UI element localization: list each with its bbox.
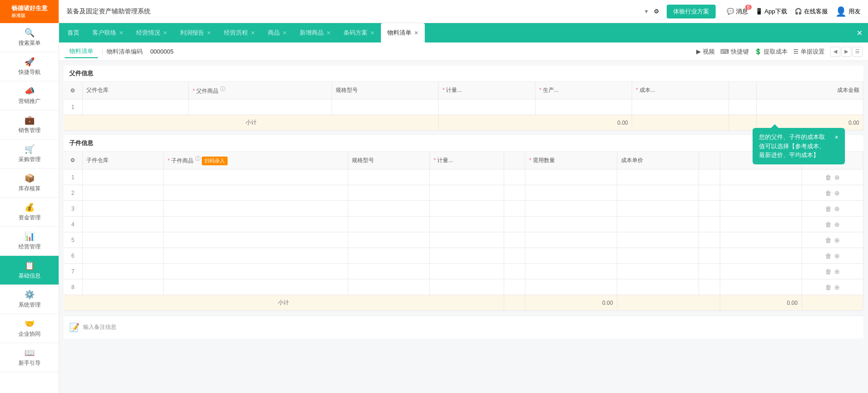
child-row-2-goods[interactable] [164, 185, 348, 201]
sidebar-item-operations[interactable]: 📊 经营管理 [0, 227, 59, 256]
sidebar-item-system[interactable]: ⚙️ 系统管理 [0, 285, 59, 314]
system-select-arrow[interactable]: ▼ [644, 8, 649, 15]
delete-row-5-icon[interactable]: 🗑 [825, 236, 832, 244]
delete-row-2-icon[interactable]: 🗑 [825, 189, 832, 197]
sidebar-item-finance[interactable]: 💰 资金管理 [0, 198, 59, 227]
tab-profit-close[interactable]: ✕ [207, 30, 211, 36]
user-group[interactable]: 👤 用友 [835, 6, 861, 17]
child-row-7-warehouse[interactable] [82, 264, 164, 279]
child-row-4-price[interactable] [617, 217, 699, 232]
sidebar-item-purchase[interactable]: 🛒 采购管理 [0, 139, 59, 169]
child-row-2-unit[interactable] [430, 185, 504, 201]
child-row-1-unit[interactable] [430, 169, 504, 185]
child-row-5-spec[interactable] [348, 232, 430, 248]
tab-home[interactable]: 首页 [61, 23, 86, 42]
toolbar-tab-bom-list[interactable]: 物料清单 [65, 45, 98, 58]
shortcut-action[interactable]: ⌨ 快捷键 [720, 48, 749, 56]
tab-bom[interactable]: 物料清单 ✕ [381, 23, 425, 42]
child-row-5-qty[interactable] [525, 232, 617, 248]
sidebar-item-search[interactable]: 🔍 搜索菜单 [0, 23, 59, 52]
tab-bom-close[interactable]: ✕ [414, 30, 418, 36]
child-row-8-spec[interactable] [348, 279, 430, 295]
tab-goods-close[interactable]: ✕ [283, 30, 287, 36]
sidebar-item-marketing[interactable]: 📣 营销推广 [0, 81, 59, 110]
child-row-3-qty[interactable] [525, 201, 617, 217]
delete-row-6-icon[interactable]: 🗑 [825, 252, 832, 260]
tab-barcode-close[interactable]: ✕ [370, 30, 374, 36]
child-row-5-unit[interactable] [430, 232, 504, 248]
child-row-6-warehouse[interactable] [82, 248, 164, 264]
child-row-1-spec[interactable] [348, 169, 430, 185]
child-row-3-goods[interactable] [164, 201, 348, 217]
child-row-4-warehouse[interactable] [82, 217, 164, 232]
bottom-edit-icon[interactable]: 📝 [69, 322, 79, 333]
sidebar-item-sales[interactable]: 💼 销售管理 [0, 110, 59, 139]
child-row-3-spec[interactable] [348, 201, 430, 217]
child-row-7-qty[interactable] [525, 264, 617, 279]
delete-row-3-icon[interactable]: 🗑 [825, 205, 832, 212]
tab-new-goods[interactable]: 新增商品 ✕ [293, 23, 337, 42]
child-row-2-qty[interactable] [525, 185, 617, 201]
delete-row-8-icon[interactable]: 🗑 [825, 284, 832, 291]
parent-row-spec[interactable] [332, 99, 439, 115]
child-row-3-warehouse[interactable] [82, 201, 164, 217]
delete-row-7-icon[interactable]: 🗑 [825, 268, 832, 275]
view-action[interactable]: ▶ 视频 [696, 48, 715, 56]
child-row-8-qty[interactable] [525, 279, 617, 295]
parent-row-cost-type[interactable] [632, 99, 729, 115]
settings-icon[interactable]: ⚙ [654, 8, 659, 15]
sidebar-item-inventory[interactable]: 📦 库存核算 [0, 169, 59, 198]
parent-row-produce[interactable] [535, 99, 632, 115]
child-row-7-goods[interactable] [164, 264, 348, 279]
child-row-6-qty[interactable] [525, 248, 617, 264]
child-row-4-goods[interactable] [164, 217, 348, 232]
parent-row-goods[interactable] [189, 99, 332, 115]
parent-th-settings[interactable]: ⚙ [64, 82, 82, 99]
child-row-8-unit[interactable] [430, 279, 504, 295]
child-row-4-spec[interactable] [348, 217, 430, 232]
tab-new-goods-close[interactable]: ✕ [326, 30, 331, 36]
child-row-3-price[interactable] [617, 201, 699, 217]
child-row-2-spec[interactable] [348, 185, 430, 201]
delete-row-1-icon[interactable]: 🗑 [825, 174, 832, 181]
child-row-7-unit[interactable] [430, 264, 504, 279]
close-all-tabs[interactable]: ✕ [853, 29, 866, 37]
child-row-1-warehouse[interactable] [82, 169, 164, 185]
child-row-1-goods[interactable] [164, 169, 348, 185]
child-row-8-goods[interactable] [164, 279, 348, 295]
child-row-7-price[interactable] [617, 264, 699, 279]
copy-row-8-icon[interactable]: ⊕ [834, 284, 840, 291]
scan-input-btn[interactable]: 扫码录入 [202, 157, 228, 165]
tab-customer-close[interactable]: ✕ [119, 30, 123, 36]
child-row-5-price[interactable] [617, 232, 699, 248]
tooltip-close-btn[interactable]: × [835, 133, 838, 142]
online-service-group[interactable]: 🎧 在线客服 [795, 7, 828, 16]
tab-profit[interactable]: 利润报告 ✕ [174, 23, 217, 42]
child-row-6-spec[interactable] [348, 248, 430, 264]
sidebar-item-guide[interactable]: 📖 新手引导 [0, 343, 59, 372]
sidebar-item-enterprise[interactable]: 🤝 企业协同 [0, 314, 59, 343]
parent-goods-info-icon[interactable]: ⓘ [220, 86, 225, 91]
child-row-6-unit[interactable] [430, 248, 504, 264]
child-row-2-price[interactable] [617, 185, 699, 201]
tab-history[interactable]: 经营历程 ✕ [217, 23, 261, 42]
parent-row-warehouse[interactable] [82, 99, 189, 115]
child-row-5-warehouse[interactable] [82, 232, 164, 248]
copy-row-5-icon[interactable]: ⊕ [834, 236, 840, 244]
nav-next[interactable]: ▶ [841, 47, 851, 57]
copy-row-7-icon[interactable]: ⊕ [834, 268, 840, 275]
copy-row-2-icon[interactable]: ⊕ [834, 189, 840, 197]
tab-barcode[interactable]: 条码方案 ✕ [337, 23, 381, 42]
child-row-7-spec[interactable] [348, 264, 430, 279]
child-row-4-unit[interactable] [430, 217, 504, 232]
child-row-8-price[interactable] [617, 279, 699, 295]
app-download-group[interactable]: 📱 App下载 [755, 7, 787, 16]
nav-expand[interactable]: ☰ [852, 47, 862, 57]
tab-customer[interactable]: 客户联络 ✕ [86, 23, 130, 42]
child-row-3-unit[interactable] [430, 201, 504, 217]
child-row-8-warehouse[interactable] [82, 279, 164, 295]
child-row-1-price[interactable] [617, 169, 699, 185]
child-goods-info-icon[interactable]: ⓘ [195, 156, 200, 161]
sidebar-item-basic-info[interactable]: 📋 基础信息 [0, 256, 59, 285]
child-row-2-warehouse[interactable] [82, 185, 164, 201]
